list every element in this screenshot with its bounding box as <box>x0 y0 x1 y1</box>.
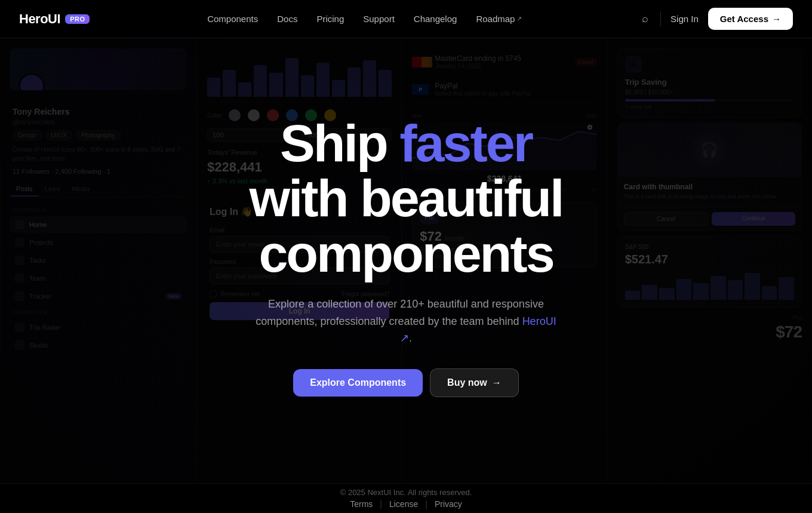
nav-divider <box>660 12 661 26</box>
navbar-right: ⌕ Sign In Get Access → <box>639 8 793 30</box>
navbar: HeroUI PRO Components Docs Pricing Suppo… <box>0 0 812 38</box>
pro-badge: PRO <box>65 14 90 24</box>
search-icon: ⌕ <box>642 13 648 24</box>
nav-changelog[interactable]: Changelog <box>414 14 457 24</box>
external-link-icon: ↗ <box>516 15 522 23</box>
logo: HeroUI <box>19 11 60 27</box>
arrow-icon: → <box>772 14 781 24</box>
search-button[interactable]: ⌕ <box>639 10 651 27</box>
copyright: © 2025 NextUI Inc. All rights reserved. <box>340 488 472 497</box>
get-access-button[interactable]: Get Access → <box>708 8 793 30</box>
footer-sep-1: | <box>380 499 382 509</box>
navbar-left: HeroUI PRO <box>19 11 90 27</box>
signin-button[interactable]: Sign In <box>670 14 699 24</box>
arrow-right-icon: → <box>492 377 502 388</box>
nav-components[interactable]: Components <box>207 14 258 24</box>
privacy-link[interactable]: Privacy <box>430 499 467 509</box>
nav-support[interactable]: Support <box>363 14 395 24</box>
buy-now-button[interactable]: Buy now → <box>430 368 519 397</box>
footer: © 2025 NextUI Inc. All rights reserved. … <box>0 483 812 513</box>
footer-links: Terms | License | Privacy <box>345 499 467 509</box>
hero-title: Ship faster with beautiful components <box>249 116 562 281</box>
explore-components-button[interactable]: Explore Components <box>293 369 423 397</box>
hero-cta: Explore Components Buy now → <box>293 368 519 397</box>
nav-roadmap[interactable]: Roadmap ↗ <box>476 14 522 24</box>
nav-docs[interactable]: Docs <box>277 14 297 24</box>
navbar-center: Components Docs Pricing Support Changelo… <box>207 14 522 24</box>
terms-link[interactable]: Terms <box>345 499 377 509</box>
hero-subtitle: Explore a collection of over 210+ beauti… <box>251 296 561 347</box>
footer-sep-2: | <box>425 499 427 509</box>
hero-overlay: Ship faster with beautiful components Ex… <box>0 0 812 513</box>
nav-pricing[interactable]: Pricing <box>316 14 344 24</box>
license-link[interactable]: License <box>385 499 423 509</box>
